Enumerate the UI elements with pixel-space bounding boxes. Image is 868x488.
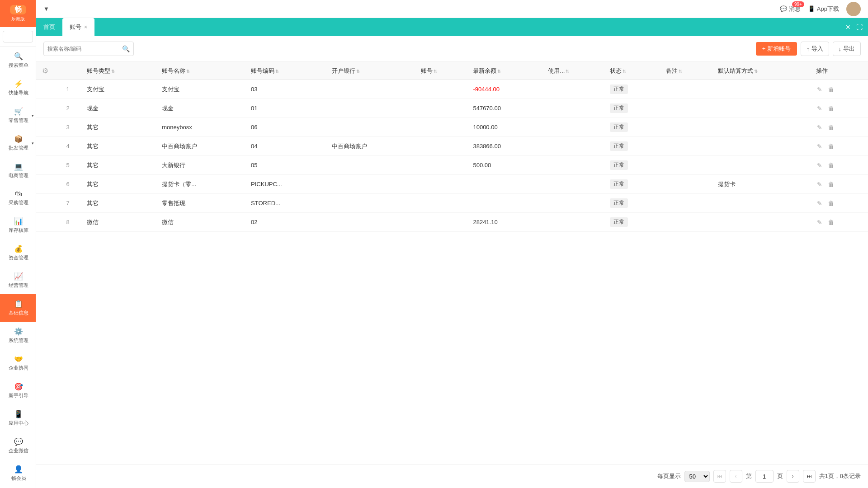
delete-button[interactable]: 🗑 bbox=[827, 142, 835, 151]
user-avatar[interactable] bbox=[846, 2, 861, 16]
search-input[interactable] bbox=[47, 46, 122, 52]
row-bank bbox=[326, 80, 415, 99]
row-gear-cell bbox=[36, 175, 54, 194]
sidebar-item-ecom-mgmt[interactable]: 💻 电商管理 bbox=[0, 157, 36, 184]
delete-button[interactable]: 🗑 bbox=[827, 123, 835, 132]
first-page-button[interactable]: ⏮ bbox=[713, 470, 726, 483]
sidebar-item-retail-mgmt[interactable]: 🛒 零售管理 ▾ bbox=[0, 102, 36, 129]
sidebar-item-enterprise-agreement[interactable]: 🤝 企业协同 bbox=[0, 349, 36, 377]
sort-icon[interactable]: ⇅ bbox=[434, 69, 437, 74]
edit-button[interactable]: ✎ bbox=[816, 161, 823, 170]
sort-icon[interactable]: ⇅ bbox=[623, 69, 626, 74]
sidebar-item-inventory[interactable]: 📊 库存核算 bbox=[0, 211, 36, 239]
sort-icon[interactable]: ⇅ bbox=[679, 69, 682, 74]
tab-expand-button[interactable]: ⛶ bbox=[854, 22, 864, 33]
sidebar-item-search-menu[interactable]: 🔍 搜索菜单 bbox=[0, 47, 36, 74]
tab-account[interactable]: 账号× bbox=[62, 18, 94, 36]
edit-button[interactable]: ✎ bbox=[816, 142, 823, 151]
sort-icon[interactable]: ⇅ bbox=[275, 69, 279, 74]
col-header-balance[interactable]: 最新余额⇅ bbox=[467, 62, 542, 80]
row-remark bbox=[660, 80, 713, 99]
delete-button[interactable]: 🗑 bbox=[827, 104, 835, 113]
sidebar-item-app-center[interactable]: 📱 应用中心 bbox=[0, 404, 36, 432]
row-type: 支付宝 bbox=[81, 80, 156, 99]
edit-button[interactable]: ✎ bbox=[816, 180, 823, 189]
col-header-name[interactable]: 账号名称⇅ bbox=[156, 62, 245, 80]
col-header-default_payment[interactable]: 默认结算方式⇅ bbox=[712, 62, 810, 80]
col-header-bank[interactable]: 开户银行⇅ bbox=[326, 62, 415, 80]
row-usage bbox=[542, 99, 604, 118]
sort-icon[interactable]: ⇅ bbox=[566, 69, 569, 74]
sidebar-item-purchase-mgmt[interactable]: 🛍 采购管理 bbox=[0, 184, 36, 211]
sort-icon[interactable]: ⇅ bbox=[111, 69, 115, 74]
col-header-code[interactable]: 账号编码⇅ bbox=[245, 62, 326, 80]
sort-icon[interactable]: ⇅ bbox=[356, 69, 360, 74]
row-bank bbox=[326, 213, 415, 232]
next-page-button[interactable]: › bbox=[787, 470, 799, 483]
chevron-down-icon: ▾ bbox=[32, 141, 34, 145]
import-button[interactable]: ↑ 导入 bbox=[801, 42, 829, 56]
sort-icon[interactable]: ⇅ bbox=[497, 69, 501, 74]
sidebar-item-ops-mgmt[interactable]: 📈 经营管理 bbox=[0, 267, 36, 294]
col-header-type[interactable]: 账号类型⇅ bbox=[81, 62, 156, 80]
delete-button[interactable]: 🗑 bbox=[827, 161, 835, 170]
row-gear-cell bbox=[36, 156, 54, 175]
delete-button[interactable]: 🗑 bbox=[827, 218, 835, 227]
topbar-app-download[interactable]: 📱 App下载 bbox=[808, 5, 839, 13]
sidebar: 畅 乐潮版 🔍 搜索菜单 ⚡ 快捷导航 🛒 零售管理 ▾ 📦 批发管理 ▾ 💻 … bbox=[0, 0, 36, 488]
sort-icon[interactable]: ⇅ bbox=[754, 69, 758, 74]
tab-home[interactable]: 首页 bbox=[36, 18, 62, 36]
logo-icon: 畅 bbox=[10, 5, 26, 14]
sidebar-item-icon: 🎯 bbox=[14, 382, 23, 391]
col-header-remark[interactable]: 备注⇅ bbox=[660, 62, 713, 80]
add-account-button[interactable]: + 新增账号 bbox=[756, 42, 797, 56]
col-header-status[interactable]: 状态⇅ bbox=[604, 62, 660, 80]
col-header-no bbox=[54, 62, 81, 80]
sort-icon[interactable]: ⇅ bbox=[186, 69, 190, 74]
export-button[interactable]: ↓ 导出 bbox=[833, 42, 861, 56]
status-badge: 正常 bbox=[610, 217, 628, 227]
topbar-right: 💬 消息 99+ 📱 App下载 bbox=[780, 2, 861, 16]
col-header-account[interactable]: 账号⇅ bbox=[415, 62, 468, 80]
row-code: 02 bbox=[245, 213, 326, 232]
row-bank bbox=[326, 118, 415, 137]
sidebar-item-enterprise-wechat[interactable]: 💬 企业微信 bbox=[0, 432, 36, 460]
delete-button[interactable]: 🗑 bbox=[827, 180, 835, 189]
column-settings-button[interactable]: ⚙ bbox=[42, 66, 48, 75]
row-status: 正常 bbox=[604, 80, 660, 99]
col-header-usage[interactable]: 使用...⇅ bbox=[542, 62, 604, 80]
tab-close-icon[interactable]: × bbox=[84, 24, 87, 30]
status-badge: 正常 bbox=[610, 160, 628, 170]
row-action: ✎ 🗑 bbox=[811, 118, 868, 137]
sidebar-item-members[interactable]: 👤 畅会员 bbox=[0, 460, 36, 487]
edit-button[interactable]: ✎ bbox=[816, 218, 823, 227]
sidebar-item-beginner-guide[interactable]: 🎯 新手引导 bbox=[0, 377, 36, 404]
sidebar-item-basic-info[interactable]: 📋 基础信息 bbox=[0, 294, 36, 322]
row-usage bbox=[542, 137, 604, 156]
topbar-dropdown[interactable]: ▼ bbox=[43, 5, 49, 12]
sidebar-item-wholesale-mgmt[interactable]: 📦 批发管理 ▾ bbox=[0, 129, 36, 157]
row-account bbox=[415, 137, 468, 156]
edit-button[interactable]: ✎ bbox=[816, 123, 823, 132]
row-usage bbox=[542, 118, 604, 137]
sidebar-search-input[interactable] bbox=[3, 31, 33, 42]
sidebar-item-finance-mgmt[interactable]: 💰 资金管理 bbox=[0, 239, 36, 267]
sidebar-item-quick-nav[interactable]: ⚡ 快捷导航 bbox=[0, 74, 36, 102]
row-balance bbox=[467, 175, 542, 194]
edit-button[interactable]: ✎ bbox=[816, 199, 823, 208]
page-number-input[interactable] bbox=[755, 470, 774, 483]
sidebar-item-icon: ⚡ bbox=[14, 80, 23, 88]
sidebar-item-sys-mgmt[interactable]: ⚙️ 系统管理 bbox=[0, 322, 36, 349]
edit-button[interactable]: ✎ bbox=[816, 104, 823, 113]
logo-subtext: 乐潮版 bbox=[11, 16, 25, 22]
delete-button[interactable]: 🗑 bbox=[827, 199, 835, 208]
prev-page-button[interactable]: ‹ bbox=[730, 470, 742, 483]
edit-button[interactable]: ✎ bbox=[816, 85, 823, 94]
row-name: 零售抵现 bbox=[156, 194, 245, 213]
tab-close-all-button[interactable]: ✕ bbox=[844, 22, 853, 33]
last-page-button[interactable]: ⏭ bbox=[803, 470, 816, 483]
table-row: 3其它moneybosx0610000.00正常 ✎ 🗑 bbox=[36, 118, 868, 137]
topbar-message[interactable]: 💬 消息 99+ bbox=[780, 5, 801, 13]
page-size-select[interactable]: 102050100 bbox=[684, 471, 710, 482]
delete-button[interactable]: 🗑 bbox=[827, 85, 835, 94]
